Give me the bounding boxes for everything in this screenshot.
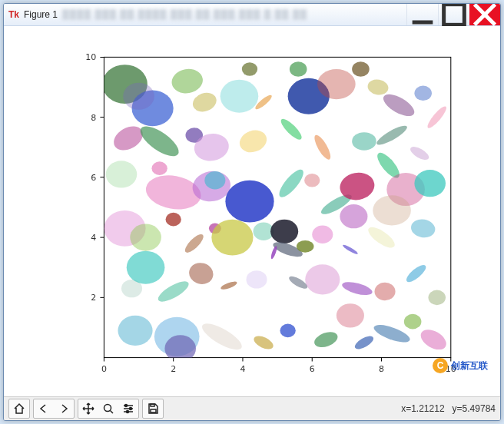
configure-button[interactable] — [119, 400, 138, 417]
svg-point-44 — [110, 121, 148, 155]
svg-point-58 — [204, 171, 225, 189]
svg-text:10: 10 — [85, 52, 96, 62]
svg-rect-113 — [151, 404, 154, 406]
svg-point-102 — [312, 329, 340, 349]
svg-point-40 — [366, 78, 390, 97]
svg-point-94 — [404, 262, 429, 284]
svg-point-87 — [187, 260, 216, 287]
svg-point-78 — [297, 240, 314, 253]
svg-point-30 — [123, 83, 154, 110]
svg-point-82 — [373, 195, 411, 225]
svg-point-51 — [352, 132, 376, 150]
save-button[interactable] — [144, 400, 162, 417]
svg-point-45 — [136, 121, 184, 161]
tk-logo-icon: Tk — [8, 9, 19, 20]
window: Tk Figure 1 ████ ███ ██ ████ ███ ██ ███ … — [3, 3, 501, 421]
svg-point-88 — [220, 280, 238, 291]
svg-rect-112 — [151, 409, 156, 412]
svg-point-110 — [130, 408, 132, 410]
svg-point-70 — [166, 213, 181, 227]
svg-point-92 — [341, 280, 374, 298]
svg-point-99 — [199, 319, 246, 354]
svg-point-79 — [312, 225, 333, 243]
svg-point-38 — [317, 69, 356, 99]
coord-x-label: x= — [401, 403, 411, 414]
svg-point-43 — [425, 104, 449, 131]
svg-point-101 — [280, 324, 295, 338]
svg-point-73 — [211, 220, 253, 256]
svg-point-69 — [130, 224, 161, 251]
matplotlib-toolbar: x=1.21212 y=5.49784 — [4, 396, 500, 420]
svg-point-98 — [164, 335, 196, 362]
svg-point-33 — [220, 80, 259, 113]
svg-point-85 — [127, 251, 165, 284]
coord-y-label: y= — [453, 403, 463, 414]
window-title: Figure 1 — [24, 9, 58, 20]
svg-point-108 — [104, 405, 111, 412]
svg-point-54 — [106, 161, 138, 187]
title-bar[interactable]: Tk Figure 1 ████ ███ ██ ████ ███ ██ ███ … — [4, 4, 500, 26]
svg-point-100 — [252, 333, 275, 352]
svg-point-96 — [118, 316, 152, 346]
svg-text:6: 6 — [91, 173, 96, 183]
zoom-button[interactable] — [99, 400, 118, 417]
coord-y-value: 5.49784 — [463, 403, 496, 414]
svg-point-103 — [337, 303, 364, 327]
svg-point-52 — [375, 123, 410, 148]
svg-point-31 — [170, 67, 204, 96]
svg-point-75 — [270, 220, 298, 243]
svg-point-41 — [380, 90, 418, 121]
svg-point-35 — [242, 62, 257, 76]
svg-point-83 — [410, 217, 436, 240]
svg-point-32 — [190, 90, 219, 115]
svg-point-91 — [305, 264, 340, 294]
svg-point-107 — [417, 326, 449, 354]
cursor-coordinates: x=1.21212 y=5.49784 — [401, 403, 496, 414]
maximize-button[interactable] — [438, 4, 469, 25]
svg-text:8: 8 — [91, 113, 96, 123]
svg-point-48 — [237, 127, 270, 156]
home-button[interactable] — [10, 400, 28, 417]
svg-point-67 — [414, 170, 446, 197]
svg-point-60 — [276, 166, 307, 200]
window-controls — [406, 4, 500, 25]
svg-point-59 — [225, 181, 274, 223]
svg-point-86 — [155, 277, 191, 305]
svg-point-71 — [182, 232, 206, 256]
svg-point-89 — [246, 270, 267, 288]
svg-point-36 — [290, 61, 307, 77]
svg-text:4: 4 — [240, 364, 245, 374]
coord-x-value: 1.21212 — [411, 403, 444, 414]
svg-text:0: 0 — [101, 364, 107, 374]
svg-point-106 — [404, 314, 422, 330]
pan-button[interactable] — [79, 400, 98, 417]
svg-point-81 — [365, 224, 397, 251]
svg-text:4: 4 — [91, 233, 96, 243]
svg-point-42 — [414, 86, 432, 101]
svg-text:2: 2 — [91, 293, 96, 303]
svg-point-93 — [374, 283, 395, 300]
svg-point-80 — [342, 243, 359, 255]
svg-point-53 — [409, 144, 431, 163]
svg-point-50 — [312, 133, 333, 161]
title-bar-blur: ████ ███ ██ ████ ███ ██ ███ ███ █ ██ ██ — [58, 9, 406, 20]
svg-text:8: 8 — [379, 364, 384, 374]
svg-rect-1 — [444, 5, 465, 25]
svg-point-104 — [353, 333, 375, 352]
close-button[interactable] — [469, 4, 500, 25]
svg-point-64 — [340, 204, 367, 228]
svg-point-61 — [304, 174, 320, 187]
svg-point-39 — [352, 61, 370, 77]
forward-button[interactable] — [55, 400, 73, 417]
svg-text:10: 10 — [446, 364, 456, 374]
plot-canvas[interactable]: 0246810246810 C 创新互联 — [4, 26, 500, 396]
svg-text:6: 6 — [310, 364, 315, 374]
minimize-button[interactable] — [406, 4, 438, 25]
svg-point-55 — [151, 161, 167, 175]
svg-point-109 — [125, 405, 128, 407]
svg-point-95 — [428, 290, 446, 306]
back-button[interactable] — [35, 400, 53, 417]
svg-point-77 — [270, 245, 278, 260]
svg-text:2: 2 — [171, 364, 176, 374]
svg-point-49 — [278, 116, 304, 142]
